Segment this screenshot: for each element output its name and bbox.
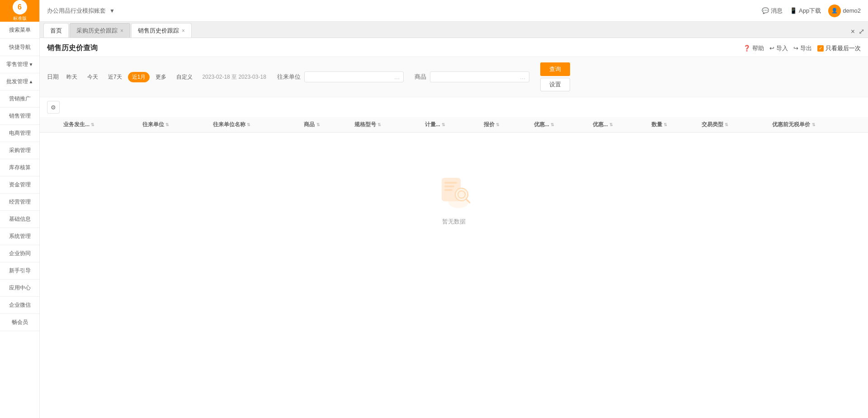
sort-icon: ⇅ [496, 123, 500, 127]
sort-icon: ⇅ [725, 123, 728, 127]
date-btn-7days[interactable]: 近7天 [104, 72, 126, 82]
chevron-down-icon: ▼ [29, 62, 33, 67]
sidebar-item-enterprise-wechat[interactable]: 企业微信 [0, 297, 39, 314]
date-btn-more[interactable]: 更多 [151, 72, 170, 82]
import-button[interactable]: ↩ 导入 [769, 44, 788, 52]
svg-rect-3 [444, 185, 454, 187]
th-business-date[interactable]: 业务发生... ⇅ [58, 117, 137, 133]
search-button[interactable]: 查询 [540, 62, 570, 76]
date-btn-custom[interactable]: 自定义 [172, 72, 197, 82]
column-settings-button[interactable]: ⚙ [47, 101, 60, 114]
sidebar-item-quick-nav[interactable]: 快捷导航 [0, 39, 39, 56]
th-pretax-price[interactable]: 优惠前无税单价 ⇅ [767, 117, 868, 133]
data-table: 业务发生... ⇅ 往来单位 ⇅ 往来单位名称 ⇅ 商品 [40, 117, 868, 133]
page-title: 销售历史价查询 [47, 43, 98, 53]
sidebar-item-purchase-mgmt[interactable]: 采购管理 [0, 142, 39, 159]
sort-icon: ⇅ [551, 123, 554, 127]
th-unit[interactable]: 计量... ⇅ [420, 117, 478, 133]
export-button[interactable]: ↪ 导出 [793, 44, 812, 52]
sidebar-item-system-mgmt[interactable]: 系统管理 [0, 228, 39, 245]
th-partner-name[interactable]: 往来单位名称 ⇅ [208, 117, 298, 133]
tab-bar: 首页 采购历史价跟踪 × 销售历史价跟踪 × × ⤢ [40, 22, 868, 38]
empty-icon [431, 169, 476, 214]
sidebar-item-inventory[interactable]: 库存核算 [0, 159, 39, 176]
th-quantity[interactable]: 数量 ⇅ [646, 117, 696, 133]
company-dropdown-icon[interactable]: ▼ [109, 8, 115, 14]
sidebar-item-wholesale-mgmt[interactable]: 批发管理 ▲ [0, 73, 39, 90]
close-purchase-history-icon[interactable]: × [120, 28, 123, 34]
date-label: 日期 [47, 73, 59, 81]
date-range-display: 2023-02-18 至 2023-03-18 [202, 73, 266, 81]
partner-input[interactable] [308, 74, 394, 81]
sidebar-item-sales-mgmt[interactable]: 销售管理 [0, 108, 39, 125]
user-name: demo2 [843, 7, 861, 14]
maximize-window-icon[interactable]: ⤢ [859, 27, 864, 36]
partner-input-wrapper: ... [304, 71, 404, 82]
th-discount2[interactable]: 优惠... ⇅ [587, 117, 646, 133]
setting-button[interactable]: 设置 [540, 78, 570, 91]
svg-rect-4 [444, 189, 453, 191]
tab-sales-history[interactable]: 销售历史价跟踪 × [131, 23, 192, 38]
th-quote[interactable]: 报价 ⇅ [478, 117, 528, 133]
app-download-button[interactable]: 📱 App下载 [790, 7, 821, 15]
sidebar-item-basic-info[interactable]: 基础信息 [0, 211, 39, 228]
partner-filter-group: 往来单位 ... [277, 71, 404, 82]
goods-input-wrapper: ... [430, 71, 529, 82]
message-button[interactable]: 💬 消息 [762, 7, 783, 15]
sidebar-item-search-menu[interactable]: 搜索菜单 [0, 22, 39, 39]
sort-icon: ⇅ [247, 123, 250, 127]
th-discount1[interactable]: 优惠... ⇅ [528, 117, 587, 133]
partner-dots[interactable]: ... [394, 73, 400, 81]
message-icon: 💬 [762, 7, 769, 14]
sidebar: 6 标准版 搜索菜单 快捷导航 零售管理 ▼ 批发管理 ▲ 营销推广 [0, 0, 40, 418]
help-button[interactable]: ❓ 帮助 [743, 44, 764, 52]
sort-icon: ⇅ [442, 123, 445, 127]
only-last-checkbox[interactable]: ✓ 只看最后一次 [817, 44, 861, 52]
close-window-icon[interactable]: × [851, 28, 855, 36]
main-area: 办公用品行业模拟账套 ▼ 💬 消息 📱 App下载 👤 demo2 首页 [40, 0, 868, 418]
export-icon: ↪ [793, 45, 798, 52]
filter-bar: 日期 昨天 今天 近7天 近1月 更多 自定义 2023-02-18 至 202… [40, 57, 868, 97]
sort-icon: ⇅ [91, 123, 94, 127]
checkbox-checked-icon: ✓ [817, 45, 824, 52]
svg-rect-2 [444, 182, 457, 184]
logo[interactable]: 6 标准版 [0, 0, 39, 22]
goods-label: 商品 [415, 73, 426, 81]
logo-char: 6 [18, 3, 22, 11]
topbar-left: 办公用品行业模拟账套 ▼ [47, 7, 115, 15]
sidebar-item-operations[interactable]: 经营管理 [0, 194, 39, 211]
date-btn-1month[interactable]: 近1月 [128, 72, 150, 82]
sidebar-item-enterprise[interactable]: 企业协同 [0, 245, 39, 262]
th-partner-code[interactable]: 往来单位 ⇅ [137, 117, 208, 133]
sidebar-item-app-center[interactable]: 应用中心 [0, 280, 39, 297]
sidebar-item-retail-mgmt[interactable]: 零售管理 ▼ [0, 56, 39, 73]
sidebar-item-guide[interactable]: 新手引导 [0, 262, 39, 280]
th-spec[interactable]: 规格型号 ⇅ [349, 117, 420, 133]
gear-icon: ⚙ [51, 104, 56, 111]
close-sales-history-icon[interactable]: × [182, 28, 185, 34]
empty-text: 暂无数据 [442, 218, 466, 226]
goods-input[interactable] [434, 74, 520, 81]
goods-dots[interactable]: ... [520, 73, 525, 81]
sidebar-menu: 搜索菜单 快捷导航 零售管理 ▼ 批发管理 ▲ 营销推广 销售管理 电商管理 采 [0, 22, 39, 418]
sort-icon: ⇅ [377, 123, 381, 127]
date-btn-yesterday[interactable]: 昨天 [62, 72, 81, 82]
table-header-row: 业务发生... ⇅ 往来单位 ⇅ 往来单位名称 ⇅ 商品 [40, 117, 868, 133]
sidebar-item-ecommerce-mgmt[interactable]: 电商管理 [0, 125, 39, 142]
th-trade-type[interactable]: 交易类型 ⇅ [696, 117, 767, 133]
sidebar-item-member[interactable]: 畅会员 [0, 314, 39, 331]
user-profile[interactable]: 👤 demo2 [828, 5, 861, 17]
topbar: 办公用品行业模拟账套 ▼ 💬 消息 📱 App下载 👤 demo2 [40, 0, 868, 22]
table-container: ⚙ 业务发生... ⇅ 往来单位 ⇅ [40, 97, 868, 262]
page-actions: ❓ 帮助 ↩ 导入 ↪ 导出 ✓ 只看最后一次 [743, 44, 861, 52]
avatar: 👤 [828, 5, 841, 17]
tab-home[interactable]: 首页 [43, 23, 69, 38]
th-settings [40, 117, 58, 133]
tab-purchase-history[interactable]: 采购历史价跟踪 × [70, 23, 130, 38]
table-toolbar: ⚙ [40, 97, 868, 117]
filter-action-buttons: 查询 设置 [540, 62, 570, 91]
date-btn-today[interactable]: 今天 [83, 72, 102, 82]
th-goods[interactable]: 商品 ⇅ [298, 117, 349, 133]
sidebar-item-marketing[interactable]: 营销推广 [0, 90, 39, 108]
sidebar-item-finance[interactable]: 资金管理 [0, 176, 39, 194]
